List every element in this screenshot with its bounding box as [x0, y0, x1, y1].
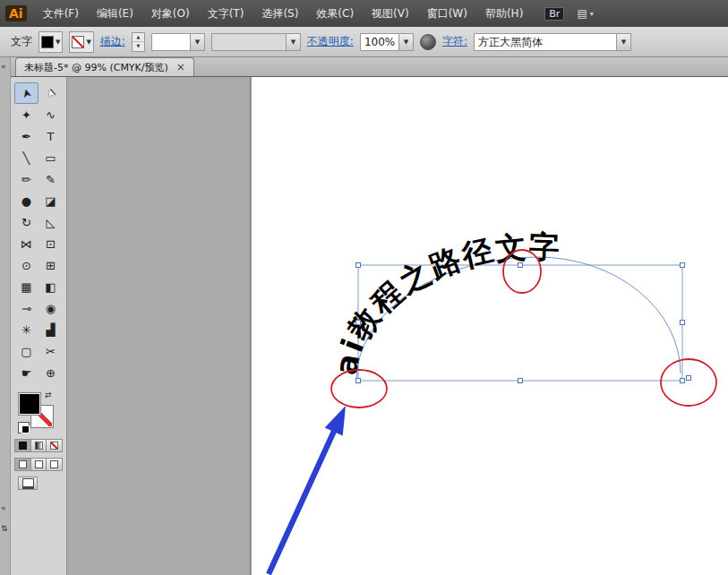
collapse-panels-icon[interactable]: « — [1, 63, 6, 71]
tool-scale[interactable]: ◺ — [39, 211, 63, 233]
draw-normal-icon — [19, 460, 27, 468]
menu-object[interactable]: 对象(O) — [142, 0, 199, 27]
swap-fill-stroke-icon[interactable]: ⇄ — [45, 390, 52, 399]
tool-mesh[interactable]: ▦ — [14, 276, 39, 297]
tools-panel: ➤ ➤ ✦ ∿ ✒ T ╲ ▭ ✏ ✎ ● ◪ ↻ ◺ ⋈ ⊡ ⊙ ⊞ ▦ ◧ … — [11, 77, 67, 575]
caret-down-icon[interactable]: ▼ — [616, 34, 630, 50]
tool-pencil[interactable]: ✎ — [39, 168, 63, 190]
canvas-svg[interactable]: ai教程之路径文字 — [67, 77, 728, 575]
stepper-up-icon[interactable]: ▲ — [133, 33, 144, 43]
tool-pen[interactable]: ✒ — [14, 125, 39, 147]
tool-rotate[interactable]: ↻ — [14, 211, 39, 233]
draw-behind-button[interactable] — [31, 458, 47, 471]
tool-paintbrush[interactable]: ✏ — [14, 168, 39, 190]
stroke-color-picker[interactable]: ▼ — [69, 31, 93, 53]
path-anchor-handle[interactable] — [687, 376, 691, 381]
workspace-grid-icon: ▤ — [577, 7, 587, 20]
selection-handle[interactable] — [356, 263, 361, 268]
fill-stroke-widget: ⇄ — [18, 392, 59, 433]
tool-magic-wand[interactable]: ✦ — [14, 104, 39, 125]
stroke-weight-stepper[interactable]: ▲ ▼ — [132, 32, 145, 52]
tool-lasso[interactable]: ∿ — [39, 104, 63, 125]
variable-width-profile-combo[interactable]: ▼ — [211, 33, 301, 51]
menu-file[interactable]: 文件(F) — [34, 0, 88, 27]
selection-handle[interactable] — [356, 321, 361, 325]
resize-dock-icon[interactable]: ⇅ — [1, 525, 8, 533]
tool-perspective-grid[interactable]: ⊞ — [39, 254, 63, 276]
menu-view[interactable]: 视图(V) — [363, 0, 418, 27]
tool-width[interactable]: ⋈ — [14, 233, 39, 254]
tool-gradient[interactable]: ◧ — [39, 276, 63, 297]
selection-handle[interactable] — [681, 379, 685, 383]
menu-window[interactable]: 窗口(W) — [418, 0, 476, 27]
tool-rectangle[interactable]: ▭ — [39, 147, 63, 168]
tool-free-transform[interactable]: ⊡ — [39, 233, 63, 254]
tool-direct-selection[interactable]: ➤ — [39, 82, 63, 104]
canvas-area[interactable]: ai教程之路径文字 — [67, 77, 728, 575]
app-logo[interactable]: Ai — [5, 5, 27, 21]
stroke-swatch-icon — [72, 36, 84, 48]
drawing-mode-buttons — [14, 458, 63, 471]
menu-help[interactable]: 帮助(H) — [476, 0, 532, 27]
tool-line-segment[interactable]: ╲ — [14, 147, 39, 168]
stepper-down-icon[interactable]: ▼ — [133, 42, 144, 51]
draw-inside-button[interactable] — [47, 458, 63, 471]
control-bar: 文字 ▼ ▼ 描边: ▲ ▼ ▼ ▼ 不透明度: 100% ▼ 字符: 方正大黑… — [0, 27, 728, 57]
tool-type[interactable]: T — [39, 125, 63, 147]
recolor-artwork-icon[interactable] — [420, 34, 436, 50]
menu-effect[interactable]: 效果(C) — [307, 0, 363, 27]
stroke-weight-combo[interactable]: ▼ — [151, 33, 205, 51]
tool-artboard[interactable]: ▢ — [14, 340, 39, 362]
opacity-combo[interactable]: 100% ▼ — [360, 33, 414, 51]
collapse-panels-icon[interactable]: « — [1, 504, 6, 512]
selection-tool-icon: ➤ — [19, 87, 34, 99]
tool-eyedropper[interactable]: ⊸ — [14, 297, 39, 319]
selection-handle[interactable] — [518, 263, 523, 268]
selection-handle[interactable] — [681, 263, 685, 268]
none-button[interactable] — [47, 439, 63, 452]
tool-shape-builder[interactable]: ⊙ — [14, 254, 39, 276]
fill-color-picker[interactable]: ▼ — [39, 31, 63, 53]
gradient-button[interactable] — [31, 439, 47, 452]
selection-handle[interactable] — [518, 379, 523, 383]
selection-handle[interactable] — [681, 321, 685, 325]
draw-normal-button[interactable] — [14, 458, 31, 471]
tool-zoom[interactable]: ⊕ — [39, 362, 63, 383]
fill-color-swatch[interactable] — [20, 394, 39, 414]
draw-behind-icon — [35, 460, 43, 468]
menu-edit[interactable]: 编辑(E) — [88, 0, 142, 27]
stroke-weight-value — [152, 34, 190, 50]
caret-down-icon[interactable]: ▼ — [398, 34, 413, 50]
tool-slice[interactable]: ✂ — [39, 340, 63, 362]
default-fill-stroke-icon[interactable] — [18, 422, 30, 433]
tool-symbol-sprayer[interactable]: ✳ — [14, 319, 39, 340]
character-panel-link[interactable]: 字符: — [442, 34, 467, 49]
tool-selection[interactable]: ➤ — [14, 82, 39, 104]
artboard — [251, 77, 728, 575]
selection-handle[interactable] — [356, 379, 361, 383]
color-mode-buttons — [14, 439, 63, 452]
font-family-combo[interactable]: 方正大黑简体 ▼ — [474, 33, 631, 51]
caret-down-icon[interactable]: ▼ — [286, 34, 300, 50]
close-icon[interactable]: × — [176, 62, 185, 73]
screen-mode-icon — [22, 478, 34, 489]
caret-down-icon[interactable]: ▼ — [190, 34, 204, 50]
context-label: 文字 — [11, 34, 32, 49]
color-button[interactable] — [14, 439, 31, 452]
tool-blend[interactable]: ◉ — [39, 297, 63, 319]
direct-selection-tool-icon: ➤ — [43, 87, 58, 99]
bridge-icon[interactable]: Br — [544, 7, 564, 21]
stroke-panel-link[interactable]: 描边: — [100, 34, 125, 49]
document-tab[interactable]: 未标题-5* @ 99% (CMYK/预览) × — [15, 57, 194, 76]
menu-type[interactable]: 文字(T) — [199, 0, 253, 27]
workspace-switcher[interactable]: ▤ ▾ — [577, 7, 593, 20]
tool-hand[interactable]: ☛ — [14, 362, 39, 383]
menubar-right-icons: Br ▤ ▾ — [544, 7, 593, 21]
tool-column-graph[interactable]: ▟ — [39, 319, 63, 340]
document-tab-bar: 未标题-5* @ 99% (CMYK/预览) × — [11, 57, 728, 77]
tool-eraser[interactable]: ◪ — [39, 190, 63, 211]
tool-blob-brush[interactable]: ● — [14, 190, 39, 211]
menu-select[interactable]: 选择(S) — [253, 0, 307, 27]
screen-mode-button[interactable] — [18, 476, 38, 490]
opacity-panel-link[interactable]: 不透明度: — [307, 34, 354, 49]
